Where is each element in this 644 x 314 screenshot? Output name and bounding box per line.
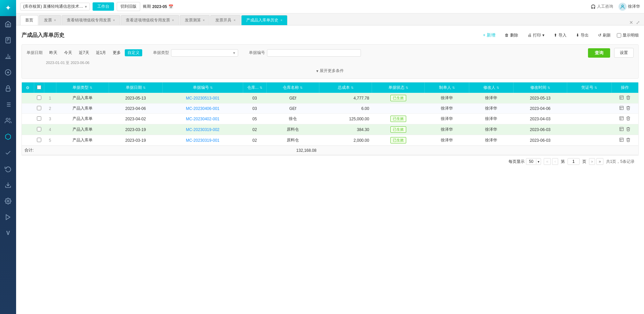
sidebar-item-list[interactable]: [0, 97, 16, 113]
sidebar-item-people[interactable]: [0, 113, 16, 129]
col-warehouse-code[interactable]: 仓库...⇅: [243, 82, 266, 93]
sidebar-item-play[interactable]: [0, 209, 16, 225]
delete-button[interactable]: 🗑 删除: [501, 31, 522, 40]
row-number[interactable]: MC-20230406-001: [162, 104, 243, 114]
per-page-dropdown[interactable]: ▾: [536, 159, 541, 164]
new-button[interactable]: + 新增: [480, 31, 499, 40]
workstation-button[interactable]: 工作台: [93, 2, 114, 11]
col-number[interactable]: 单据编号⇅: [162, 82, 243, 93]
quick-date-today[interactable]: 今天: [61, 49, 75, 56]
sidebar-item-refresh[interactable]: [0, 161, 16, 177]
col-total-cost[interactable]: 总成本⇅: [319, 82, 372, 93]
tab-invoice-calc-close[interactable]: ×: [203, 18, 205, 22]
row-checkbox[interactable]: [34, 124, 44, 135]
tab-home[interactable]: 首页: [20, 15, 38, 25]
row-delete-icon[interactable]: [626, 116, 631, 122]
refresh-button[interactable]: ↺ 刷新: [595, 31, 614, 40]
tab-expand[interactable]: ⤢: [636, 20, 640, 25]
col-settings[interactable]: ⚙: [22, 82, 34, 93]
col-date[interactable]: 单据日期⇅: [109, 82, 162, 93]
col-modify-time[interactable]: 修改时间⇅: [514, 82, 567, 93]
row-edit-icon[interactable]: [619, 95, 624, 101]
page-number-input[interactable]: [568, 158, 580, 165]
sidebar-item-lock[interactable]: [0, 80, 16, 97]
row-edit-icon[interactable]: [619, 127, 624, 132]
col-status[interactable]: 单据状态⇅: [372, 82, 425, 93]
row-delete-icon[interactable]: [626, 127, 631, 132]
user-info[interactable]: 徐泽华: [619, 3, 640, 11]
row-delete-icon[interactable]: [626, 95, 631, 101]
sidebar-item-download[interactable]: [0, 177, 16, 193]
col-warehouse-name[interactable]: 仓库名称⇅: [266, 82, 319, 93]
prev-page-button[interactable]: ‹: [552, 158, 558, 165]
query-button[interactable]: 查询: [588, 48, 610, 58]
sidebar-item-doc[interactable]: [0, 32, 16, 48]
calendar-icon[interactable]: 📅: [168, 4, 173, 9]
row-modify-time: 2023-04-03: [514, 114, 567, 124]
number-filter-input[interactable]: [267, 49, 361, 57]
export-button[interactable]: ⬇ 导出: [573, 31, 592, 40]
last-page-button[interactable]: »: [596, 158, 603, 165]
col-creator[interactable]: 制单人⇅: [425, 82, 469, 93]
row-checkbox[interactable]: [34, 135, 44, 146]
tab-product-instock-history-close[interactable]: ×: [280, 18, 282, 22]
first-page-button[interactable]: «: [544, 158, 551, 165]
row-checkbox[interactable]: [34, 114, 44, 124]
show-detail-checkbox[interactable]: [617, 33, 621, 38]
row-number[interactable]: MC-20230319-001: [162, 135, 243, 146]
quick-date-yesterday[interactable]: 昨天: [47, 49, 60, 56]
company-selector[interactable]: (库存核算) 直播轻纯通信息技术股份... ▾: [20, 3, 90, 10]
quick-date-custom[interactable]: 自定义: [125, 49, 142, 56]
tab-check-purchase-vat[interactable]: 查看进项增值税专用发票 ×: [121, 15, 179, 25]
next-page-button[interactable]: ›: [589, 158, 595, 165]
row-delete-icon[interactable]: [626, 106, 631, 111]
settings-button[interactable]: 设置: [614, 48, 634, 58]
sidebar-item-gear[interactable]: [0, 193, 16, 209]
switch-version-button[interactable]: 切到旧版: [117, 2, 140, 11]
col-modifier[interactable]: 修改人⇅: [469, 82, 513, 93]
sidebar-item-finance[interactable]: [0, 64, 16, 80]
user-service[interactable]: 🎧 人工咨询: [591, 4, 613, 9]
print-button[interactable]: 🖨 打印 ▾: [524, 31, 548, 40]
show-detail-toggle[interactable]: 显示明细: [617, 33, 639, 38]
type-filter-select[interactable]: ▾: [171, 49, 238, 57]
tab-check-sale-vat[interactable]: 查看销项增值税专用发票 ×: [62, 15, 120, 25]
row-edit-icon[interactable]: [619, 137, 624, 143]
sidebar-item-home[interactable]: [0, 16, 16, 32]
quick-date-7days[interactable]: 近7天: [76, 49, 92, 56]
row-select-checkbox[interactable]: [37, 106, 41, 110]
import-button[interactable]: ⬆ 导入: [550, 31, 570, 40]
tab-invoice-close[interactable]: ×: [54, 18, 56, 22]
row-delete-icon[interactable]: [626, 137, 631, 143]
row-number[interactable]: MC-20230319-002: [162, 124, 243, 135]
tab-invoice-calc[interactable]: 发票测算 ×: [180, 15, 210, 25]
row-edit-icon[interactable]: [619, 106, 624, 111]
row-select-checkbox[interactable]: [37, 138, 41, 142]
tab-check-sale-vat-close[interactable]: ×: [113, 18, 115, 22]
row-number[interactable]: MC-20230513-001: [162, 93, 243, 104]
row-checkbox[interactable]: [34, 93, 44, 104]
tab-invoice-open-close[interactable]: ×: [233, 18, 235, 22]
sidebar-item-v[interactable]: V: [0, 225, 16, 241]
tab-check-purchase-vat-close[interactable]: ×: [172, 18, 174, 22]
quick-date-1month[interactable]: 近1月: [93, 49, 109, 56]
sidebar-item-approval[interactable]: [0, 145, 16, 161]
col-type[interactable]: 单据类型⇅: [56, 82, 109, 93]
row-number[interactable]: MC-20230402-001: [162, 114, 243, 124]
row-checkbox[interactable]: [34, 104, 44, 114]
quick-date-more[interactable]: 更多: [110, 49, 123, 56]
expand-filter-button[interactable]: ▾ 展开更多条件: [26, 67, 634, 75]
tab-invoice-open[interactable]: 发票开具 ×: [210, 15, 240, 25]
row-edit-icon[interactable]: [619, 116, 624, 122]
row-select-checkbox[interactable]: [37, 127, 41, 131]
select-all-checkbox[interactable]: [37, 85, 41, 89]
col-voucher-no[interactable]: 凭证号⇅: [567, 82, 611, 93]
row-select-checkbox[interactable]: [37, 116, 41, 121]
col-checkbox[interactable]: [34, 82, 44, 93]
tab-invoice[interactable]: 发票 ×: [39, 15, 61, 25]
row-select-checkbox[interactable]: [37, 96, 41, 100]
tab-product-instock-history[interactable]: 产成品入库单历史 ×: [241, 15, 287, 25]
sidebar-item-chart[interactable]: [0, 48, 16, 64]
tab-close-all[interactable]: ✕: [629, 20, 633, 25]
sidebar-item-inventory[interactable]: [0, 129, 16, 145]
